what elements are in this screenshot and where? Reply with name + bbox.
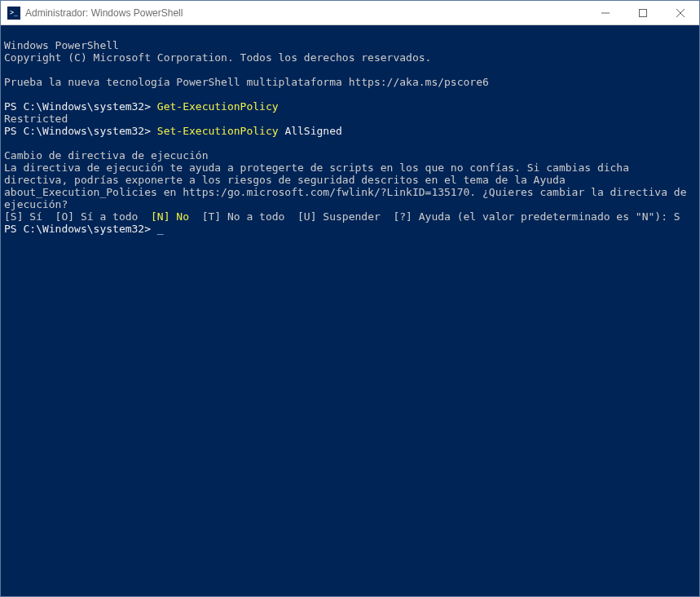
close-icon: [676, 9, 685, 17]
terminal-line: [4, 88, 696, 100]
command-text: Get-ExecutionPolicy: [157, 100, 279, 113]
terminal-line: [4, 64, 696, 76]
terminal-line: Prueba la nueva tecnología PowerShell mu…: [4, 76, 696, 88]
minimize-icon: [601, 9, 610, 17]
command-text: Set-ExecutionPolicy: [157, 125, 279, 137]
terminal-line: [4, 137, 696, 149]
terminal-line: Windows PowerShell: [4, 39, 696, 51]
terminal-line: La directiva de ejecución te ayuda a pro…: [4, 161, 696, 210]
prompt-path: PS C:\Windows\system32>: [4, 125, 157, 137]
terminal-line: PS C:\Windows\system32> Get-ExecutionPol…: [4, 100, 696, 113]
terminal-line: PS C:\Windows\system32> _: [4, 223, 696, 235]
terminal-line: Copyright (C) Microsoft Corporation. Tod…: [4, 51, 696, 64]
terminal-line: Cambio de directiva de ejecución: [4, 149, 696, 161]
choice-text: [T] No a todo [U] Suspender [?] Ayuda (e…: [189, 210, 680, 223]
terminal-line: PS C:\Windows\system32> Set-ExecutionPol…: [4, 125, 696, 137]
close-button[interactable]: [662, 1, 699, 24]
powershell-window: Administrador: Windows PowerShell Window…: [0, 0, 700, 597]
choice-default: [N] No: [151, 210, 189, 223]
terminal-line: [S] Sí [O] Sí a todo [N] No [T] No a tod…: [4, 210, 696, 223]
prompt-path: PS C:\Windows\system32>: [4, 100, 157, 113]
powershell-icon: [7, 7, 20, 20]
maximize-button[interactable]: [624, 1, 662, 24]
terminal-line: Restricted: [4, 113, 696, 125]
window-controls: [587, 1, 699, 24]
terminal-area[interactable]: Windows PowerShellCopyright (C) Microsof…: [1, 25, 699, 596]
minimize-button[interactable]: [587, 1, 624, 24]
cursor-icon: _: [157, 223, 164, 235]
window-title: Administrador: Windows PowerShell: [25, 7, 587, 19]
prompt-path: PS C:\Windows\system32>: [4, 223, 151, 235]
titlebar[interactable]: Administrador: Windows PowerShell: [1, 1, 699, 25]
svg-rect-0: [640, 9, 647, 16]
choice-text: [S] Sí [O] Sí a todo: [4, 210, 151, 223]
maximize-icon: [639, 9, 647, 17]
command-arg: AllSigned: [279, 125, 342, 137]
